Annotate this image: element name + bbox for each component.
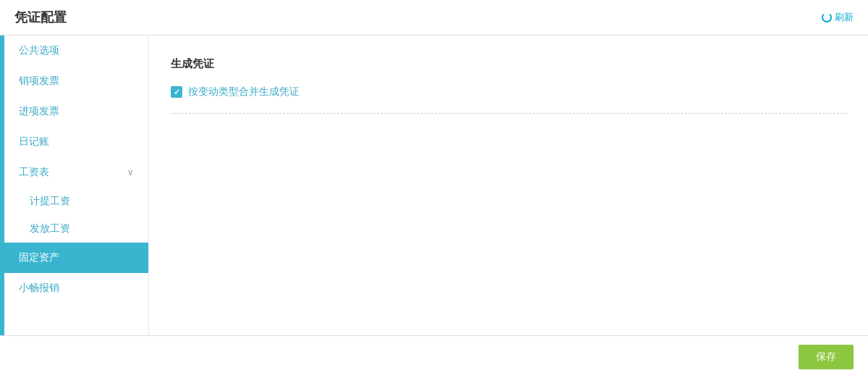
sidebar-item-label: 固定资产: [19, 251, 59, 264]
sidebar-item-label: 销项发票: [19, 75, 59, 88]
sidebar-item-label: 日记账: [19, 135, 49, 148]
sidebar-item-label: 小畅报销: [19, 282, 59, 295]
content-area: 生成凭证 按变动类型合并生成凭证: [149, 35, 868, 335]
sidebar-item-payroll-pay[interactable]: 发放工资: [4, 215, 148, 243]
main-layout: 公共选项 销项发票 进项发票 日记账 工资表 ∨ 计提工资 发放工资 固定资: [0, 35, 868, 335]
page-title: 凭证配置: [14, 9, 67, 26]
sidebar-item-public[interactable]: 公共选项: [4, 35, 148, 66]
refresh-icon: [822, 12, 832, 22]
refresh-label: 刷新: [835, 11, 854, 24]
sidebar-item-label: 公共选项: [19, 44, 59, 57]
divider: [171, 113, 846, 114]
sidebar-item-payroll[interactable]: 工资表 ∨: [4, 157, 148, 188]
refresh-button[interactable]: 刷新: [822, 11, 854, 24]
sidebar-item-sales-invoice[interactable]: 销项发票: [4, 66, 148, 96]
sidebar-item-label: 进项发票: [19, 105, 59, 118]
checkbox-row[interactable]: 按变动类型合并生成凭证: [171, 85, 846, 98]
checkbox-label: 按变动类型合并生成凭证: [188, 85, 299, 98]
save-button[interactable]: 保存: [799, 345, 854, 369]
section-title: 生成凭证: [171, 57, 846, 71]
page-header: 凭证配置 刷新: [0, 0, 868, 35]
sidebar-item-fixed-assets[interactable]: 固定资产: [4, 243, 148, 273]
sidebar-item-label: 工资表: [19, 166, 49, 179]
sidebar-item-label: 计提工资: [30, 195, 70, 206]
sidebar: 公共选项 销项发票 进项发票 日记账 工资表 ∨ 计提工资 发放工资 固定资: [4, 35, 149, 335]
chevron-down-icon: ∨: [127, 167, 134, 177]
sidebar-item-expense[interactable]: 小畅报销: [4, 273, 148, 303]
sidebar-item-journal[interactable]: 日记账: [4, 127, 148, 157]
sidebar-item-purchase-invoice[interactable]: 进项发票: [4, 96, 148, 127]
merge-checkbox[interactable]: [171, 86, 182, 98]
page-footer: 保存: [0, 335, 868, 378]
sidebar-item-payroll-calc[interactable]: 计提工资: [4, 188, 148, 215]
sidebar-item-label: 发放工资: [30, 222, 70, 234]
